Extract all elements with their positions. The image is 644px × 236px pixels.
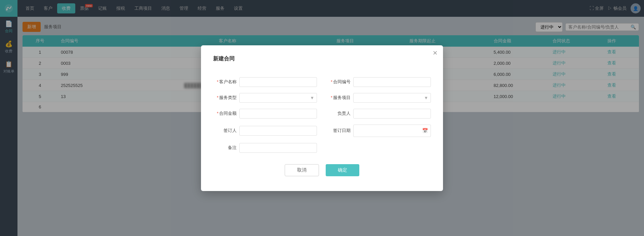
remark-field: 备注 <box>213 143 317 153</box>
modal-row-5: 备注 <box>213 143 431 153</box>
client-name-label: *客户名称 <box>213 79 237 85</box>
remark-label: 备注 <box>213 145 237 151</box>
service-type-input[interactable] <box>239 93 317 103</box>
modal-row-4: 签订人 签订日期 2023-06-06 📅 <box>213 125 431 137</box>
calendar-icon[interactable]: 📅 <box>422 128 428 133</box>
service-item-field: *服务项目 ▼ <box>327 93 431 103</box>
amount-input[interactable]: 0.00 <box>239 109 317 119</box>
amount-label: *合同金额 <box>213 110 237 116</box>
sign-date-input[interactable]: 2023-06-06 <box>356 126 421 135</box>
new-contract-modal: 新建合同 ✕ *客户名称 *合同编号 <box>201 45 443 191</box>
amount-field: *合同金额 0.00 <box>213 109 317 119</box>
responsible-label: 负责人 <box>327 110 351 116</box>
client-name-field: *客户名称 <box>213 77 317 87</box>
sign-date-field: 签订日期 2023-06-06 📅 <box>327 125 431 137</box>
modal-row-2: *服务类型 ▼ *服务项目 ▼ <box>213 93 431 103</box>
service-item-input[interactable] <box>353 93 431 103</box>
service-type-field: *服务类型 ▼ <box>213 93 317 103</box>
responsible-field: 负责人 <box>327 109 431 119</box>
confirm-button[interactable]: 确定 <box>326 164 359 176</box>
contract-no-input[interactable] <box>353 77 431 87</box>
service-item-label: *服务项目 <box>327 95 351 101</box>
service-type-label: *服务类型 <box>213 95 237 101</box>
contract-no-field: *合同编号 <box>327 77 431 87</box>
remark-input[interactable] <box>239 143 317 153</box>
modal-footer: 取消 确定 <box>213 159 431 184</box>
sign-date-label: 签订日期 <box>327 128 351 134</box>
client-name-input[interactable] <box>239 77 317 87</box>
modal-row-3: *合同金额 0.00 负责人 <box>213 109 431 119</box>
close-icon[interactable]: ✕ <box>433 49 438 57</box>
modal-row-1: *客户名称 *合同编号 <box>213 77 431 87</box>
responsible-input[interactable] <box>353 109 431 119</box>
signer-input[interactable] <box>239 126 317 136</box>
contract-no-label: *合同编号 <box>327 79 351 85</box>
modal-title: 新建合同 <box>213 55 235 62</box>
modal-overlay[interactable]: 新建合同 ✕ *客户名称 *合同编号 <box>0 0 644 236</box>
modal-body: 新建合同 ✕ *客户名称 *合同编号 <box>201 45 443 191</box>
signer-field: 签订人 <box>213 126 317 136</box>
signer-label: 签订人 <box>213 128 237 134</box>
cancel-button[interactable]: 取消 <box>285 164 319 176</box>
